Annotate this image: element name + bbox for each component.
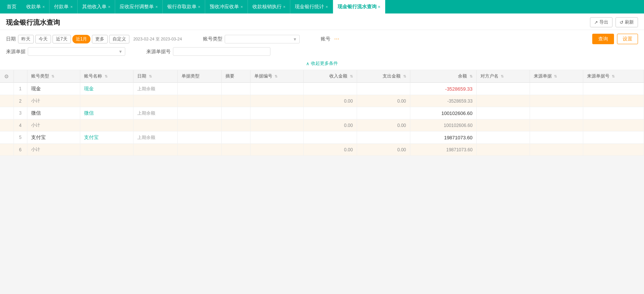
cell-balance: 19871073.60: [410, 131, 476, 144]
date-btn-today[interactable]: 今天: [35, 35, 51, 43]
table-row: 2 小计 0.00 0.00 -3528659.33: [0, 95, 644, 107]
account-type-select[interactable]: ▾: [225, 35, 300, 43]
source-doc-no-filter-group: 来源单据号: [146, 47, 270, 56]
row-number: 4: [14, 119, 27, 131]
cell-summary: [222, 119, 251, 131]
date-btn-more[interactable]: 更多: [92, 35, 108, 43]
nav-home[interactable]: 首页: [2, 0, 22, 13]
table-settings-icon[interactable]: ⚙: [4, 73, 9, 79]
page-title: 现金银行流水查询: [6, 18, 60, 27]
cell-source-doc-no: [583, 119, 644, 131]
row-number: 2: [14, 95, 27, 107]
account-label: 账号: [321, 36, 330, 42]
nav-tab-yinhang[interactable]: 银行存取款单 ×: [163, 0, 205, 13]
close-icon[interactable]: ×: [155, 4, 158, 9]
source-doc-select[interactable]: ▾: [28, 47, 125, 56]
nav-tab-tongji[interactable]: 现金银行统计 ×: [290, 0, 333, 13]
cell-expense: 0.00: [357, 95, 410, 107]
cell-summary: [222, 144, 251, 156]
cell-balance: 100102606.60: [410, 119, 476, 131]
row-gear: [0, 144, 14, 156]
page-header: 现金银行流水查询 ↗ 导出 ↺ 刷新: [0, 13, 644, 30]
close-icon[interactable]: ×: [198, 4, 200, 9]
close-icon[interactable]: ×: [283, 4, 285, 9]
row-gear: [0, 119, 14, 131]
col-date[interactable]: 日期 ⇅: [134, 70, 177, 83]
table-row: 1 现金 现金 上期余额 -3528659.33: [0, 83, 644, 95]
cell-doc-no: [250, 83, 303, 95]
cell-source-doc-no: [583, 107, 644, 119]
date-label: 日期: [6, 36, 16, 42]
nav-tab-shoukuan[interactable]: 收款单 ×: [22, 0, 50, 13]
sort-icon: ⇅: [149, 74, 152, 78]
cell-date: [134, 95, 177, 107]
source-doc-no-label: 来源单据号: [146, 48, 171, 55]
row-gear: [0, 83, 14, 95]
query-button[interactable]: 查询: [592, 34, 614, 44]
cell-source-doc-no: [583, 83, 644, 95]
refresh-icon: ↺: [620, 20, 623, 25]
col-doc-no[interactable]: 单据编号 ⇅: [250, 70, 303, 83]
cell-date: [134, 119, 177, 131]
cell-income: [303, 131, 357, 144]
cell-doc-no: [250, 107, 303, 119]
col-source-doc[interactable]: 来源单据 ⇅: [530, 70, 583, 83]
close-icon[interactable]: ×: [70, 4, 72, 9]
col-expense[interactable]: 支出金额 ⇅: [357, 70, 410, 83]
col-account-type[interactable]: 账号类型 ⇅: [27, 70, 80, 83]
cell-income: 0.00: [303, 95, 357, 107]
close-icon[interactable]: ×: [108, 4, 110, 9]
col-income[interactable]: 收入金额 ⇅: [303, 70, 357, 83]
cell-account-type: 小计: [27, 119, 80, 131]
col-balance[interactable]: 余额 ⇅: [410, 70, 476, 83]
date-btn-1month[interactable]: 近1月: [72, 35, 91, 43]
cell-account-type: 支付宝: [27, 131, 80, 144]
sort-icon: ⇅: [51, 74, 54, 78]
header-actions: ↗ 导出 ↺ 刷新: [590, 17, 638, 27]
close-icon[interactable]: ×: [240, 4, 243, 9]
export-button[interactable]: ↗ 导出: [590, 17, 612, 27]
cell-income: 0.00: [303, 144, 357, 156]
col-source-doc-no[interactable]: 来源单据号 ⇅: [583, 70, 644, 83]
source-doc-label: 来源单据: [6, 48, 26, 55]
cell-account-name[interactable]: 微信: [80, 107, 134, 119]
cell-counterparty: [476, 144, 530, 156]
cell-balance: -3528659.33: [410, 83, 476, 95]
nav-tab-shoukuan-hexiao[interactable]: 收款核销执行 ×: [248, 0, 290, 13]
nav-tab-yushou[interactable]: 预收冲应收单 ×: [205, 0, 248, 13]
close-icon[interactable]: ×: [42, 4, 45, 9]
filter-row-1: 日期 昨天 今天 近7天 近1月 更多 自定义 2023-02-24 至 202…: [6, 34, 638, 44]
table-row: 5 支付宝 支付宝 上期余额 19871073.60: [0, 131, 644, 144]
sort-icon: ⇅: [501, 74, 504, 78]
close-icon[interactable]: ×: [326, 4, 328, 9]
close-icon[interactable]: ×: [378, 4, 380, 9]
date-btn-yesterday[interactable]: 昨天: [18, 35, 34, 43]
account-filter-group: 账号 ···: [321, 36, 341, 42]
cell-source-doc: [530, 119, 583, 131]
cell-account-name[interactable]: 现金: [80, 83, 134, 95]
nav-tab-qita[interactable]: 其他收入单 ×: [78, 0, 115, 13]
col-counterparty[interactable]: 对方户名 ⇅: [476, 70, 530, 83]
cell-source-doc-no: [583, 131, 644, 144]
collapse-filter-button[interactable]: ∧ 收起更多条件: [6, 59, 638, 67]
account-type-filter-group: 账号类型 ▾: [203, 35, 300, 43]
account-dots-button[interactable]: ···: [333, 36, 341, 42]
cell-doc-type: [177, 107, 221, 119]
cell-summary: [222, 83, 251, 95]
nav-tab-liushui[interactable]: 现金银行流水查询 ×: [333, 0, 385, 13]
date-btn-custom[interactable]: 自定义: [109, 35, 129, 43]
cell-account-type: 现金: [27, 83, 80, 95]
nav-tab-fukuan[interactable]: 付款单 ×: [50, 0, 77, 13]
source-doc-no-input[interactable]: [173, 47, 270, 56]
cell-account-name[interactable]: 支付宝: [80, 131, 134, 144]
refresh-button[interactable]: ↺ 刷新: [615, 17, 638, 27]
settings-button[interactable]: 设置: [617, 34, 638, 44]
cell-doc-no: [250, 95, 303, 107]
col-account-name[interactable]: 账号名称 ⇅: [80, 70, 134, 83]
nav-tab-yingshou[interactable]: 应收应付调整单 ×: [115, 0, 162, 13]
cell-date: [134, 144, 177, 156]
date-btn-7days[interactable]: 近7天: [53, 35, 71, 43]
cell-source-doc-no: [583, 95, 644, 107]
cell-balance: 100102606.60: [410, 107, 476, 119]
cell-source-doc: [530, 131, 583, 144]
